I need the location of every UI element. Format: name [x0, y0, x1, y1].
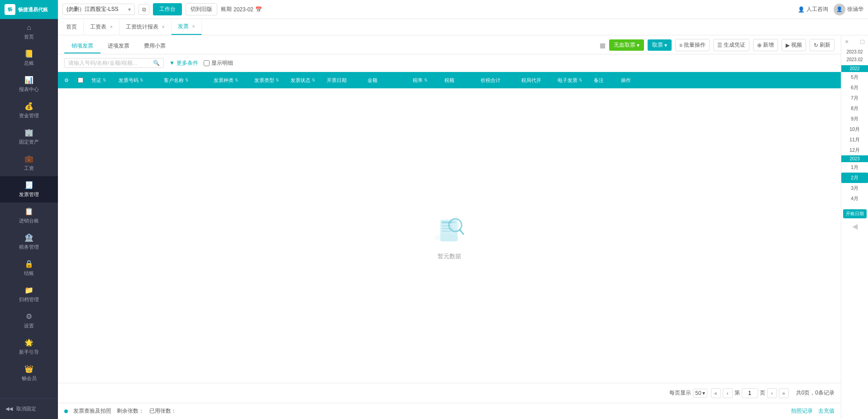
user-name: 徐涵华 [847, 5, 863, 13]
month-2023-4[interactable]: 4月 [841, 193, 868, 204]
sidebar-item-funds[interactable]: 💰 资金管理 [0, 97, 58, 124]
tab-salary-close[interactable]: × [110, 24, 113, 29]
company-name: (勿删）江西股宝-LSS [67, 5, 119, 13]
video-button[interactable]: ▶ 视频 [782, 39, 806, 51]
filter-bar: 🔍 ▼ 更多条件 显示明细 [58, 54, 841, 72]
right-panel-expand-btn[interactable]: □ [859, 37, 866, 46]
more-conditions-button[interactable]: ▼ 更多条件 [169, 59, 198, 67]
month-2022-6[interactable]: 6月 [841, 82, 868, 93]
show-detail-checkbox[interactable]: 显示明细 [204, 59, 233, 67]
workspace-button[interactable]: 工作台 [153, 3, 182, 15]
date-entry-1[interactable]: 2023.02 [841, 48, 868, 56]
tab-salary-stat[interactable]: 工资统计报表 × [119, 19, 172, 35]
settings-col-icon: ⚙ [64, 77, 69, 83]
video-label: 视频 [791, 41, 802, 49]
sidebar-item-sales[interactable]: 📋 进销台账 [0, 202, 58, 229]
tab-home[interactable]: 首页 [62, 19, 84, 35]
month-2022-11[interactable]: 11月 [841, 135, 868, 145]
month-2022-7[interactable]: 7月 [841, 93, 868, 103]
search-input[interactable] [68, 60, 151, 66]
panel-nav-icon[interactable]: ◀ [852, 222, 858, 231]
sidebar-label-reports: 报表中心 [19, 86, 39, 93]
sidebar-item-archive[interactable]: 📁 归档管理 [0, 281, 58, 308]
salary-icon: 💼 [24, 154, 33, 163]
th-electronic-label: 电子发票 [558, 77, 577, 84]
th-open-date: 开票日期 [324, 77, 365, 84]
sidebar-label-home: 首页 [24, 34, 34, 40]
th-settings[interactable]: ⚙ [62, 77, 75, 83]
last-page-button[interactable]: » [779, 388, 789, 398]
grid-view-icon[interactable]: ▦ [600, 42, 606, 49]
sidebar-label-ledger: 总账 [24, 60, 34, 67]
sidebar-item-closing[interactable]: 🔒 结账 [0, 255, 58, 281]
right-panel-controls: × □ [841, 35, 868, 48]
month-2022-8[interactable]: 8月 [841, 103, 868, 114]
right-panel-close-btn[interactable]: × [843, 37, 850, 46]
show-detail-input[interactable] [204, 60, 210, 66]
remaining-label: 剩余张数： [117, 407, 144, 415]
bottom-bar-left: 发票查验及拍照 剩余张数： 已用张数： [64, 407, 176, 415]
sidebar-item-home[interactable]: ⌂ 首页 [0, 19, 58, 45]
sidebar-label-member: 畅会员 [22, 375, 37, 382]
month-2023-1[interactable]: 1月 [841, 162, 868, 173]
switch-button[interactable]: 切到旧版 [186, 3, 217, 15]
th-checkbox[interactable] [75, 77, 89, 83]
period-value: 2023-02 [234, 6, 253, 13]
month-2022-5[interactable]: 5月 [841, 72, 868, 82]
sidebar-item-member[interactable]: 👑 畅会员 [0, 360, 58, 386]
recharge-link[interactable]: 去充值 [818, 407, 835, 415]
photo-record-link[interactable]: 拍照记录 [791, 407, 813, 415]
month-2022-9[interactable]: 9月 [841, 114, 868, 124]
gen-voucher-button[interactable]: ☰ 生成凭证 [713, 39, 749, 51]
select-all-checkbox[interactable] [78, 77, 83, 83]
month-2023-2[interactable]: 2月 [841, 173, 868, 183]
th-invoice-category: 发票类型 ⇅ [252, 77, 288, 84]
sidebar-collapse[interactable]: ◀◀ 取消固定 [0, 402, 58, 415]
support-button[interactable]: 👤 人工咨询 [798, 5, 828, 13]
get-invoice-button[interactable]: 取票 ▾ [648, 39, 672, 51]
user-info[interactable]: 👤 徐涵华 [834, 4, 863, 15]
page-input[interactable] [742, 388, 758, 398]
avatar: 👤 [834, 4, 845, 15]
new-button[interactable]: ⊕ 新增 [753, 39, 778, 51]
month-2022-12[interactable]: 12月 [841, 145, 868, 155]
sidebar-item-ledger[interactable]: 📒 总账 [0, 45, 58, 71]
sidebar-bottom: ◀◀ 取消固定 [0, 398, 58, 419]
prev-page-button[interactable]: ‹ [723, 388, 733, 398]
logo-icon: 畅 [5, 4, 15, 15]
month-2022-10[interactable]: 10月 [841, 124, 868, 135]
next-page-button[interactable]: › [767, 388, 777, 398]
tab-salary[interactable]: 工资表 × [84, 19, 119, 35]
sub-tabs: 销项发票 进项发票 费用小票 ▦ 无血取票 ▾ 取票 ▾ [58, 35, 841, 54]
refresh-button[interactable]: ↻ 刷新 [810, 39, 835, 51]
sidebar-item-salary[interactable]: 💼 工资 [0, 150, 58, 176]
sidebar-item-guide[interactable]: 🌟 新手引导 [0, 334, 58, 360]
sidebar-item-reports[interactable]: 📊 报表中心 [0, 71, 58, 97]
tab-salary-stat-close[interactable]: × [162, 24, 165, 29]
month-2023-3[interactable]: 3月 [841, 183, 868, 193]
batch-op-button[interactable]: ≡ 批量操作 [675, 39, 710, 51]
sidebar-item-invoice[interactable]: 🧾 发票管理 [0, 176, 58, 202]
sub-tab-sales[interactable]: 销项发票 [64, 39, 100, 53]
per-page-arrow: ▾ [702, 390, 705, 396]
empty-state: 暂元数据 [58, 88, 841, 383]
sidebar-item-settings[interactable]: ⚙ 设置 [0, 308, 58, 334]
no-invoice-button[interactable]: 无血取票 ▾ [609, 39, 644, 51]
company-selector[interactable]: (勿删）江西股宝-LSS ▾ [62, 4, 135, 15]
first-page-button[interactable]: « [711, 388, 721, 398]
th-open-date-label: 开票日期 [327, 77, 347, 84]
logo: 畅 畅捷通易代账 [0, 0, 58, 19]
sub-tab-purchase[interactable]: 进项发票 [100, 39, 137, 53]
copy-button[interactable]: ⧉ [138, 4, 149, 15]
date-entry-2[interactable]: 2023.02 [841, 56, 868, 63]
sub-tab-expense[interactable]: 费用小票 [137, 39, 173, 53]
per-page-select[interactable]: 50 ▾ [693, 389, 707, 398]
open-period-button[interactable]: 开账日期 [843, 209, 867, 218]
tab-invoice[interactable]: 发票 × [172, 19, 202, 35]
year-2023-label: 2023 [841, 155, 868, 162]
tab-invoice-close[interactable]: × [192, 24, 195, 29]
sidebar-item-assets[interactable]: 🏢 固定资产 [0, 124, 58, 150]
th-customer: 客户名称 ⇅ [161, 77, 211, 84]
sidebar-item-tax[interactable]: 🏦 税务管理 [0, 229, 58, 255]
th-voucher-label: 凭证 [91, 77, 101, 84]
